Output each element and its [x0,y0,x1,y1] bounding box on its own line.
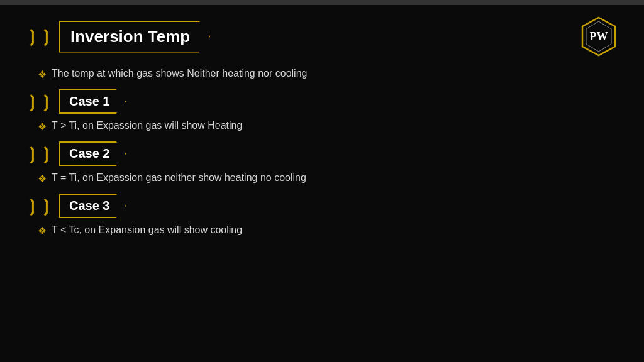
intro-bullet-row: ❖ The temp at which gas shows Neither he… [25,64,619,84]
header-row: ❳❳ Inversion Temp PW [25,16,619,57]
case1-text: T > Ti, on Expassion gas will show Heati… [52,120,242,131]
case3-bullet-row: ❖ T < Tc, on Expansion gas will show coo… [25,221,619,241]
case1-header-row: ❳❳ Case 1 [25,89,619,114]
case3-label-box: Case 3 [59,194,126,218]
case2-bullet-row: ❖ T = Ti, on Expassion gas neither show … [25,168,619,189]
case3-chevron-icon: ❳❳ [25,198,53,214]
svg-text:PW: PW [590,30,608,43]
case1-bullet-symbol: ❖ [38,121,47,133]
case3-header-row: ❳❳ Case 3 [25,194,619,218]
title-chevron-icon: ❳❳ [25,28,53,45]
case1-label-box: Case 1 [59,89,126,114]
pw-logo: PW [579,16,619,57]
intro-bullet-symbol: ❖ [38,69,47,80]
case3-label: Case 3 [69,199,110,212]
title-box: Inversion Temp [59,21,210,53]
case1-chevron-icon: ❳❳ [25,94,53,110]
case2-header-row: ❳❳ Case 2 [25,141,619,166]
intro-text: The temp at which gas shows Neither heat… [52,68,307,79]
case1-label: Case 1 [69,94,110,108]
title-text: Inversion Temp [70,27,190,46]
case2-text: T = Ti, on Expassion gas neither show he… [52,172,306,184]
case2-chevron-icon: ❳❳ [25,146,53,162]
title-row: ❳❳ Inversion Temp [25,21,210,53]
case3-bullet-symbol: ❖ [38,225,47,237]
case2-bullet-symbol: ❖ [38,173,47,185]
case2-label: Case 2 [69,146,110,160]
top-bar [0,0,644,5]
main-content: ❳❳ Inversion Temp PW ❖ The temp at which… [0,5,644,252]
case1-bullet-row: ❖ T > Ti, on Expassion gas will show Hea… [25,116,619,136]
case3-text: T < Tc, on Expansion gas will show cooli… [52,224,242,236]
case2-label-box: Case 2 [59,141,126,166]
